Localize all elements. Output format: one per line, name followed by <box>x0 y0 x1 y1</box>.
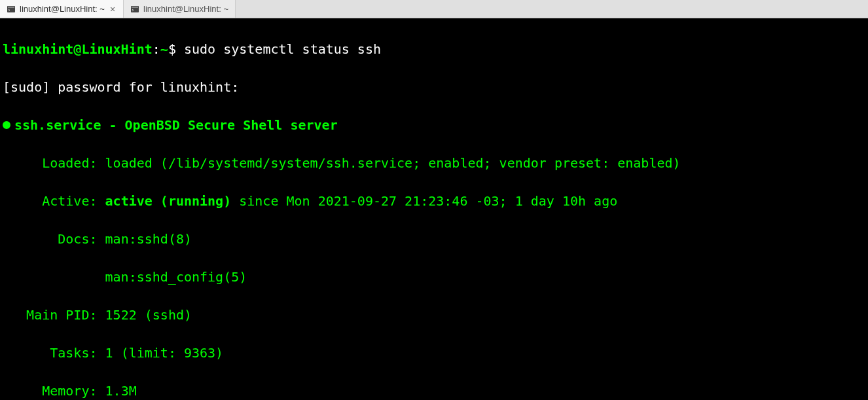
svg-rect-3 <box>132 7 138 8</box>
memory-line: Memory: 1.3M <box>3 382 865 400</box>
loaded-line: Loaded: loaded (/lib/systemd/system/ssh.… <box>3 154 865 173</box>
close-icon[interactable]: × <box>109 4 117 14</box>
active-line: Active: active (running) since Mon 2021-… <box>3 192 865 211</box>
prompt-sep: : <box>153 41 160 57</box>
status-dot-icon <box>3 121 10 129</box>
terminal-icon <box>7 5 16 14</box>
docs-line-2: man:sshd_config(5) <box>3 268 865 287</box>
titlebar-spacer <box>236 0 868 18</box>
terminal-output[interactable]: linuxhint@LinuxHint:~$ sudo systemctl st… <box>0 18 868 400</box>
sudo-prompt: [sudo] password for linuxhint: <box>3 78 865 97</box>
prompt-dollar: $ <box>168 41 176 57</box>
tab-2[interactable]: linuxhint@LinuxHint: ~ <box>124 0 236 18</box>
tab-title: linuxhint@LinuxHint: ~ <box>20 4 105 14</box>
service-name: ssh.service - OpenBSD Secure Shell serve… <box>14 117 338 133</box>
prompt-line: linuxhint@LinuxHint:~$ sudo systemctl st… <box>3 40 865 59</box>
tab-1[interactable]: linuxhint@LinuxHint: ~ × <box>0 0 124 18</box>
mainpid-line: Main PID: 1522 (sshd) <box>3 306 865 325</box>
tab-title: linuxhint@LinuxHint: ~ <box>143 4 228 14</box>
svg-rect-1 <box>8 7 14 8</box>
service-header: ssh.service - OpenBSD Secure Shell serve… <box>3 116 865 135</box>
prompt-path: ~ <box>160 41 168 57</box>
titlebar: linuxhint@LinuxHint: ~ × linuxhint@Linux… <box>0 0 868 18</box>
docs-line-1: Docs: man:sshd(8) <box>3 230 865 249</box>
prompt-user-host: linuxhint@LinuxHint <box>3 41 153 57</box>
tasks-line: Tasks: 1 (limit: 9363) <box>3 344 865 363</box>
terminal-icon <box>130 5 139 14</box>
command-text: sudo systemctl status ssh <box>184 41 381 57</box>
